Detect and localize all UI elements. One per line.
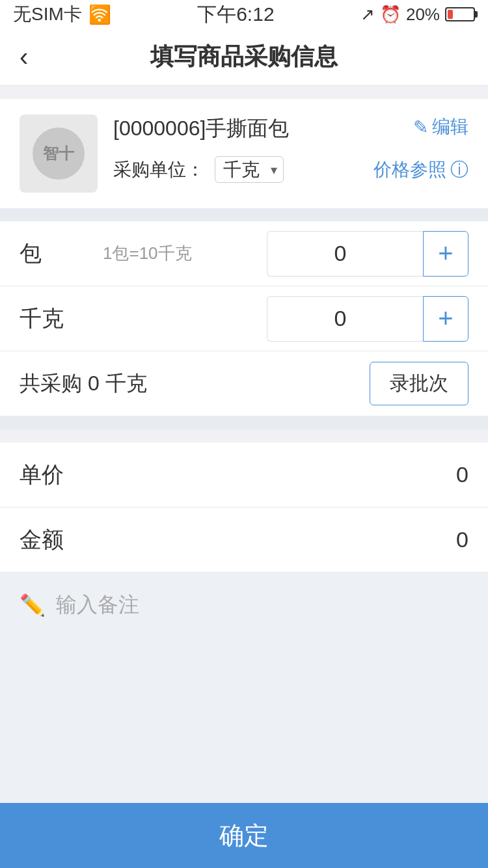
package-row: 包 1包=10千克 + xyxy=(0,221,488,286)
total-unit: 千克 xyxy=(105,372,147,395)
logo-text: 智十 xyxy=(43,143,74,164)
price-row: 单价 0 xyxy=(0,442,488,508)
status-left: 无SIM卡 🛜 xyxy=(13,2,111,27)
battery-icon xyxy=(445,7,475,21)
product-title: 手撕面包 xyxy=(206,116,289,140)
price-label: 单价 xyxy=(20,460,64,490)
total-prefix: 共采购 xyxy=(20,372,82,395)
battery-fill xyxy=(448,10,453,19)
amount-label: 金额 xyxy=(20,525,64,555)
unit-label: 采购单位： xyxy=(113,157,204,182)
product-code: [0000006] xyxy=(113,116,206,140)
record-batch-button[interactable]: 录批次 xyxy=(370,362,468,405)
package-label: 包 xyxy=(20,239,98,269)
amount-row: 金额 0 xyxy=(0,508,488,573)
input-section: 包 1包=10千克 + 千克 + xyxy=(0,221,488,351)
battery-percent: 20% xyxy=(406,5,440,25)
edit-button[interactable]: ✎ 编辑 xyxy=(413,115,468,139)
divider-1 xyxy=(0,208,488,221)
kilogram-plus-button[interactable]: + xyxy=(423,296,468,342)
package-sublabel: 1包=10千克 xyxy=(103,242,192,265)
wifi-icon: 🛜 xyxy=(88,4,111,25)
price-ref-info-icon: ⓘ xyxy=(450,157,468,182)
total-amount: 0 xyxy=(88,372,100,395)
back-button[interactable]: ‹ xyxy=(20,42,28,72)
detail-section: 单价 0 金额 0 xyxy=(0,442,488,573)
amount-value: 0 xyxy=(456,527,468,552)
bottom-area: 确定 xyxy=(0,803,488,868)
package-qty-input[interactable] xyxy=(267,231,423,277)
price-ref-label: 价格参照 xyxy=(373,157,446,182)
price-ref-button[interactable]: 价格参照 ⓘ xyxy=(373,157,468,182)
kilogram-qty-input[interactable] xyxy=(267,296,423,342)
pencil-icon: ✏️ xyxy=(20,593,46,617)
total-label: 共采购 0 千克 xyxy=(20,370,147,398)
total-row: 共采购 0 千克 录批次 xyxy=(0,351,488,416)
edit-icon: ✎ xyxy=(413,116,428,138)
kilogram-input-group: + xyxy=(267,296,468,342)
package-input-group: + xyxy=(267,231,468,277)
product-logo: 智十 xyxy=(33,128,85,180)
location-icon: ↗ xyxy=(360,5,375,25)
status-bar: 无SIM卡 🛜 下午6:12 ↗ ⏰ 20% xyxy=(0,0,488,29)
nav-bar: ‹ 填写商品采购信息 xyxy=(0,29,488,86)
unit-select[interactable]: 千克 xyxy=(215,156,284,183)
page-title: 填写商品采购信息 xyxy=(150,41,338,73)
divider-2 xyxy=(0,416,488,429)
confirm-button[interactable]: 确定 xyxy=(0,803,488,868)
package-plus-button[interactable]: + xyxy=(423,231,468,277)
edit-label: 编辑 xyxy=(432,115,468,139)
unit-select-wrapper[interactable]: 千克 ▾ xyxy=(215,156,284,183)
remark-section[interactable]: ✏️ 输入备注 xyxy=(0,573,488,638)
time-label: 下午6:12 xyxy=(197,1,274,28)
kilogram-row: 千克 + xyxy=(0,286,488,351)
carrier-label: 无SIM卡 xyxy=(13,2,82,27)
product-image: 智十 xyxy=(20,115,98,193)
kilogram-label: 千克 xyxy=(20,304,98,334)
status-right: ↗ ⏰ 20% xyxy=(360,5,475,25)
remark-placeholder: 输入备注 xyxy=(56,591,139,619)
price-value: 0 xyxy=(456,462,468,487)
product-unit-row: 采购单位： 千克 ▾ 价格参照 ⓘ xyxy=(113,156,468,183)
product-card: 智十 [0000006]手撕面包 采购单位： 千克 ▾ 价格参照 ⓘ xyxy=(0,99,488,208)
alarm-icon: ⏰ xyxy=(380,5,401,25)
